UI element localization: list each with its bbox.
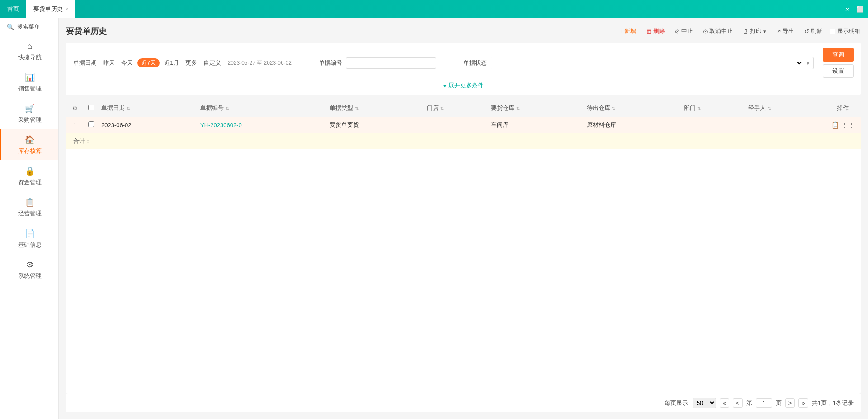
sales-icon: 📊 <box>25 72 35 82</box>
th-gear[interactable]: ⚙ <box>66 100 84 117</box>
th-doctype[interactable]: 单据类型 ⇅ <box>326 100 423 117</box>
window-maximize-btn[interactable]: ⬜ <box>856 6 863 13</box>
home-icon: ⌂ <box>28 42 33 51</box>
page-title: 要货单历史 <box>66 26 617 37</box>
stop-icon: ⊘ <box>675 28 680 35</box>
page-input[interactable] <box>756 398 772 408</box>
sort-req-warehouse-icon: ⇅ <box>516 106 520 111</box>
row-edit-icon[interactable]: 📋 <box>831 121 839 129</box>
print-button[interactable]: 🖨 打印 ▾ <box>740 25 769 37</box>
tab-purchase-history[interactable]: 要货单历史 × <box>26 0 75 18</box>
row-checkbox[interactable] <box>88 121 94 127</box>
new-button[interactable]: + 新增 <box>617 25 639 37</box>
page-last-btn[interactable]: » <box>798 398 808 408</box>
cell-dept <box>680 117 745 133</box>
sidebar-item-purchase-mgmt[interactable]: 🛒 采购管理 <box>0 97 58 129</box>
page-header: 要货单历史 + 新增 🗑 删除 ⊘ 中止 ⊙ 取消中止 🖨 打印 <box>66 25 861 37</box>
docno-filter-group: 单据编号 <box>319 57 436 69</box>
sort-dept-icon: ⇅ <box>697 106 701 111</box>
total-info: 共1页，1条记录 <box>812 399 854 407</box>
delete-button[interactable]: 🗑 删除 <box>643 25 668 37</box>
row-num: 1 <box>66 117 84 133</box>
status-select-arrow[interactable]: ▾ <box>803 60 813 67</box>
cell-action: 📋 ⋮⋮ <box>825 117 861 133</box>
cell-doctype: 要货单要货 <box>326 117 423 133</box>
docno-link[interactable]: YH-20230602-0 <box>200 122 242 129</box>
table-row: 1 2023-06-02 YH-20230602-0 要货单要货 车间库 原材料… <box>66 117 861 133</box>
refresh-button[interactable]: ↺ 刷新 <box>802 25 825 37</box>
status-filter-select[interactable] <box>491 57 803 69</box>
date-option-today[interactable]: 今天 <box>119 58 135 67</box>
sidebar-item-basic-info-label: 基础信息 <box>18 241 42 249</box>
select-all-checkbox[interactable] <box>88 105 94 110</box>
expand-more-label: 展开更多条件 <box>448 81 484 90</box>
basic-info-icon: 📄 <box>25 229 35 238</box>
status-filter-label: 单据状态 <box>463 59 487 67</box>
page-first-btn[interactable]: « <box>720 398 729 408</box>
stop-button[interactable]: ⊘ 中止 <box>672 25 696 37</box>
th-handler[interactable]: 经手人 ⇅ <box>745 100 825 117</box>
date-option-1month[interactable]: 近1月 <box>162 58 181 67</box>
th-pending-warehouse[interactable]: 待出仓库 ⇅ <box>583 100 680 117</box>
refresh-icon: ↺ <box>804 28 809 35</box>
query-button[interactable]: 查询 <box>823 48 854 62</box>
sidebar-item-system-mgmt[interactable]: ⚙ 系统管理 <box>0 253 58 285</box>
tab-home[interactable]: 首页 <box>0 0 26 18</box>
action-icons: 📋 ⋮⋮ <box>828 121 857 129</box>
print-icon: 🖨 <box>743 28 749 35</box>
export-button[interactable]: ↗ 导出 <box>774 25 797 37</box>
page-label: 第 <box>746 399 752 407</box>
filter-settings-button[interactable]: 设置 <box>823 64 854 78</box>
display-detail-checkbox[interactable] <box>830 29 835 34</box>
window-close-btn[interactable]: ✕ <box>845 6 850 13</box>
date-range-display: 2023-05-27 至 2023-06-02 <box>227 59 291 67</box>
sidebar-item-quick-nav[interactable]: ⌂ 快捷导航 <box>0 35 58 66</box>
sidebar-item-finance-label: 资金管理 <box>18 178 42 186</box>
sidebar-search[interactable]: 🔍 搜索菜单 <box>0 18 58 35</box>
display-detail-toggle[interactable]: 显示明细 <box>830 27 861 35</box>
export-icon: ↗ <box>776 28 781 35</box>
sidebar-item-inventory[interactable]: 🏠 库存核算 <box>0 129 58 160</box>
docno-filter-input[interactable] <box>346 57 436 69</box>
page-size-select[interactable]: 50 20 100 <box>693 398 716 408</box>
expand-more-btn[interactable]: ▾ 展开更多条件 <box>73 81 854 90</box>
sidebar-item-sales-mgmt[interactable]: 📊 销售管理 <box>0 66 58 97</box>
top-bar-right: ✕ ⬜ <box>845 6 868 13</box>
th-action: 操作 <box>825 100 861 117</box>
page-prev-btn[interactable]: < <box>733 398 743 408</box>
date-option-7days[interactable]: 近7天 <box>137 58 160 67</box>
page-suffix: 页 <box>776 399 782 407</box>
pagination: 每页显示 50 20 100 « < 第 页 > » 共1页，1条记录 <box>66 394 861 412</box>
date-option-custom[interactable]: 自定义 <box>202 58 223 67</box>
cancel-stop-icon: ⊙ <box>703 28 708 35</box>
status-filter-group: 单据状态 ▾ <box>463 57 814 69</box>
th-dept[interactable]: 部门 ⇅ <box>680 100 745 117</box>
purchase-icon: 🛒 <box>25 104 35 114</box>
row-more-icon[interactable]: ⋮⋮ <box>842 121 854 129</box>
sort-date-icon: ⇅ <box>127 106 130 111</box>
tab-home-label: 首页 <box>7 5 19 13</box>
th-date[interactable]: 单据日期 ⇅ <box>98 100 197 117</box>
sidebar-item-finance[interactable]: 🔒 资金管理 <box>0 160 58 191</box>
tab-purchase-history-close[interactable]: × <box>66 6 68 12</box>
sidebar-item-operations[interactable]: 📋 经营管理 <box>0 191 58 222</box>
expand-icon: ▾ <box>443 82 447 89</box>
print-dropdown-icon: ▾ <box>763 28 766 35</box>
date-option-yesterday[interactable]: 昨天 <box>101 58 117 67</box>
page-size-label: 每页显示 <box>665 399 688 407</box>
date-options: 昨天 今天 近7天 近1月 更多 自定义 <box>101 58 223 67</box>
sidebar-item-basic-info[interactable]: 📄 基础信息 <box>0 222 58 253</box>
date-option-more[interactable]: 更多 <box>184 58 199 67</box>
table-header-row: ⚙ 单据日期 ⇅ 单据编号 ⇅ 单据类型 <box>66 100 861 117</box>
th-docno[interactable]: 单据编号 ⇅ <box>197 100 326 117</box>
delete-icon: 🗑 <box>646 28 652 35</box>
cell-store <box>423 117 487 133</box>
cell-docno: YH-20230602-0 <box>197 117 326 133</box>
cell-date: 2023-06-02 <box>98 117 197 133</box>
page-next-btn[interactable]: > <box>785 398 795 408</box>
sidebar-item-purchase-label: 采购管理 <box>18 116 42 124</box>
th-req-warehouse[interactable]: 要货仓库 ⇅ <box>487 100 583 117</box>
inventory-icon: 🏠 <box>25 135 35 145</box>
cancel-stop-button[interactable]: ⊙ 取消中止 <box>700 25 736 37</box>
th-store[interactable]: 门店 ⇅ <box>423 100 487 117</box>
